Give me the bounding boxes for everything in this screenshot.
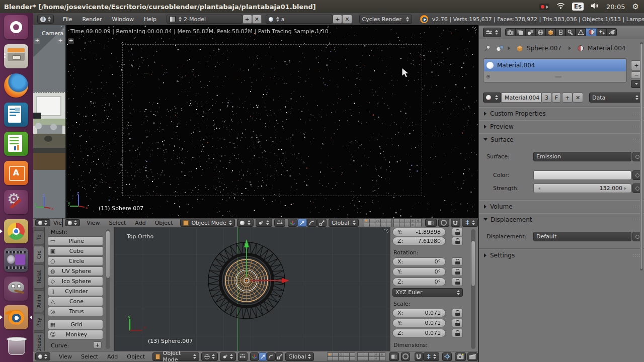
add-cylinder-button[interactable]: ▯Cylinder bbox=[48, 287, 103, 296]
toolshelf-scrollbar-thumb[interactable] bbox=[106, 230, 110, 279]
breadcrumb-material[interactable]: Material.004 bbox=[588, 45, 625, 52]
render-border-button[interactable] bbox=[401, 352, 410, 361]
layers-widget-group2[interactable] bbox=[393, 219, 421, 227]
menu-file[interactable]: File bbox=[58, 16, 77, 23]
panel-surface[interactable]: Surface:::: bbox=[479, 133, 644, 146]
scale-manipulator-button[interactable] bbox=[275, 352, 283, 361]
manipulator-axes-button[interactable] bbox=[250, 352, 258, 361]
translate-manipulator-button[interactable] bbox=[259, 352, 267, 361]
manipulator-axes-button[interactable] bbox=[288, 219, 297, 227]
launcher-ubuntu-dash[interactable] bbox=[4, 15, 28, 39]
snap-element-selector[interactable] bbox=[423, 352, 439, 361]
transform-orientation-selector[interactable]: Global bbox=[285, 352, 314, 361]
add-grid-button[interactable]: ▦Grid bbox=[48, 320, 103, 329]
editor-type-3dview-button[interactable] bbox=[35, 219, 50, 226]
lock-scale-y[interactable] bbox=[452, 319, 463, 327]
opengl-render-button[interactable] bbox=[455, 352, 465, 361]
menu-window[interactable]: Window bbox=[107, 16, 139, 23]
delete-layout-button[interactable]: ✕ bbox=[252, 15, 262, 24]
sidebar-expand-icon[interactable]: + bbox=[57, 38, 63, 44]
add-ico-sphere-button[interactable]: ◇Ico Sphere bbox=[48, 277, 103, 286]
viewport-shading-selector[interactable] bbox=[237, 219, 254, 227]
launcher-trash[interactable] bbox=[4, 334, 28, 358]
menu-view[interactable]: View bbox=[54, 353, 76, 360]
panel-volume[interactable]: Volume:::: bbox=[479, 200, 644, 213]
color-swatch-field[interactable] bbox=[533, 170, 631, 180]
lock-rotation-x[interactable] bbox=[452, 257, 463, 266]
tab-object-data[interactable] bbox=[576, 28, 586, 36]
editor-type-properties-button[interactable] bbox=[483, 28, 501, 37]
volume-icon[interactable] bbox=[591, 3, 599, 11]
wifi-icon[interactable] bbox=[556, 3, 565, 11]
pivot-point-selector[interactable] bbox=[220, 352, 236, 361]
surface-shader-dropdown[interactable]: Emission bbox=[533, 152, 631, 161]
launcher-files[interactable] bbox=[4, 44, 28, 68]
add-cone-button[interactable]: △Cone bbox=[48, 297, 103, 306]
tab-create[interactable]: Cre bbox=[34, 246, 44, 263]
add-layout-button[interactable]: + bbox=[243, 15, 252, 24]
editor-type-3dview-button[interactable] bbox=[65, 219, 80, 226]
launcher-gimp[interactable] bbox=[4, 277, 28, 301]
keyboard-layout-indicator[interactable]: Es bbox=[572, 3, 584, 11]
toolshelf-expand-icon[interactable]: + bbox=[68, 38, 74, 44]
launcher-software-center[interactable]: A bbox=[4, 161, 28, 185]
rotation-z-field[interactable]: Z:0° bbox=[392, 278, 446, 286]
tab-world[interactable] bbox=[535, 28, 545, 36]
fake-user-button[interactable]: F bbox=[552, 93, 561, 103]
editor-type-info-button[interactable]: i bbox=[37, 15, 54, 24]
panel-displacement[interactable]: Displacement:::: bbox=[479, 213, 644, 226]
unlink-material-button[interactable]: ✕ bbox=[573, 93, 583, 103]
opengl-render-animation-button[interactable] bbox=[467, 352, 478, 361]
menu-add[interactable]: Add bbox=[103, 353, 122, 360]
manipulator-toggle-button[interactable] bbox=[274, 219, 285, 227]
menu-view[interactable]: View bbox=[82, 220, 104, 226]
displacement-dropdown[interactable]: Default bbox=[533, 232, 631, 241]
scene-selector[interactable]: a bbox=[266, 15, 333, 24]
add-plane-button[interactable]: ▭Plane bbox=[48, 236, 103, 246]
lock-location-z[interactable] bbox=[452, 237, 463, 245]
rotate-manipulator-button[interactable] bbox=[267, 352, 275, 361]
tab-modifiers[interactable] bbox=[566, 28, 576, 36]
launcher-libreoffice-writer[interactable] bbox=[4, 103, 28, 127]
add-circle-button[interactable]: ○Circle bbox=[48, 256, 103, 266]
tab-physics[interactable]: Phy bbox=[34, 314, 44, 331]
browse-material-button[interactable] bbox=[483, 93, 501, 103]
render-preview-viewport[interactable]: Time:00:00.09 | Remaining:00:00.84 | Mem… bbox=[66, 25, 478, 218]
transform-orientation-selector[interactable]: Global bbox=[329, 219, 359, 227]
material-slot-row[interactable]: Material.004 bbox=[484, 59, 626, 71]
delete-scene-button[interactable]: ✕ bbox=[342, 15, 352, 24]
camera-viewport[interactable]: Camera + + z y x bbox=[33, 25, 66, 218]
launcher-system-settings[interactable]: ⚙ bbox=[4, 190, 28, 214]
lock-scale-z[interactable] bbox=[452, 329, 463, 337]
add-torus-button[interactable]: ◎Torus bbox=[48, 307, 103, 316]
layers-widget-group1[interactable] bbox=[327, 352, 355, 360]
panel-custom-properties[interactable]: Custom Properties:::: bbox=[479, 107, 644, 120]
panel-preview[interactable]: Preview:::: bbox=[479, 120, 644, 133]
add-monkey-button[interactable]: ☺Monkey bbox=[48, 330, 103, 339]
tab-render-layers[interactable] bbox=[515, 28, 525, 36]
tab-render[interactable] bbox=[505, 28, 515, 36]
curve-expand-button[interactable]: + bbox=[93, 341, 102, 348]
clipped-view-menu[interactable]: Vie bbox=[50, 220, 62, 226]
editor-type-3dview-button[interactable] bbox=[35, 352, 50, 360]
scene-lock-button[interactable] bbox=[389, 352, 399, 361]
wireframe-sphere-object[interactable] bbox=[199, 233, 294, 328]
launcher-firefox[interactable] bbox=[4, 73, 28, 98]
mode-selector[interactable]: Object Mode bbox=[180, 219, 234, 227]
list-resize-grip[interactable]: ══ bbox=[555, 74, 561, 79]
tab-relations[interactable]: Relat bbox=[34, 264, 44, 289]
tab-tools[interactable]: To bbox=[34, 230, 44, 244]
session-gear-icon[interactable]: ⚙ bbox=[632, 2, 639, 11]
rotate-manipulator-button[interactable] bbox=[307, 219, 316, 227]
scale-y-field[interactable]: Y:0.071 bbox=[392, 319, 446, 327]
viewport-shading-selector[interactable] bbox=[201, 352, 218, 361]
scale-x-field[interactable]: X:0.071 bbox=[392, 309, 446, 317]
lock-rotation-y[interactable] bbox=[452, 267, 463, 276]
tab-material[interactable] bbox=[586, 28, 597, 36]
launcher-chrome[interactable] bbox=[4, 219, 28, 243]
location-y-field[interactable]: Y:-1.89398 bbox=[392, 228, 446, 236]
render-border-button[interactable] bbox=[438, 219, 449, 227]
render-engine-selector[interactable]: Cycles Render bbox=[359, 15, 412, 24]
menu-object[interactable]: Object bbox=[122, 353, 149, 360]
snap-toggle-button[interactable] bbox=[415, 352, 423, 361]
